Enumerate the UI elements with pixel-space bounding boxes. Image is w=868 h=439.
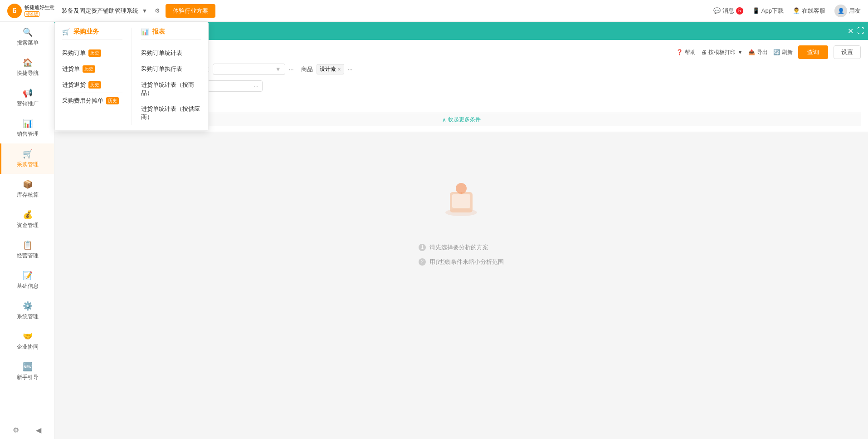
tab-close-window-btn[interactable]: ✕ bbox=[848, 27, 853, 35]
sidebar-item-marketing[interactable]: 📢 营销推广 bbox=[0, 83, 54, 113]
export-btn[interactable]: 📤 导出 bbox=[748, 49, 768, 56]
history-badge-0: 历史 bbox=[88, 49, 101, 57]
tabbar-actions: ✕ ⛶ bbox=[848, 27, 864, 35]
menu-item-return[interactable]: 进货退货 历史 bbox=[62, 77, 122, 93]
sidebar-item-cooperation[interactable]: 🤝 企业协同 bbox=[0, 326, 54, 356]
online-service-action[interactable]: 👨‍💼 在线客服 bbox=[793, 7, 825, 15]
help-btn[interactable]: ❓ 帮助 bbox=[676, 49, 696, 56]
refresh-icon: 🔄 bbox=[773, 49, 780, 55]
topbar: 6 畅捷通好生意 标准版 装备及固定资产辅助管理系统 ▼ ⚙ 体验行业方案 💬 … bbox=[0, 0, 868, 22]
report-col: 📊 报表 采购订单统计表 采购订单执行表 进货单统计表（按商品） 进货单统计表（… bbox=[134, 28, 209, 125]
menu-item-incoming-stat-supplier[interactable]: 进货单统计表（按供应商） bbox=[141, 101, 201, 125]
print-dropdown-icon: ▼ bbox=[737, 49, 743, 55]
sidebar-settings-btn[interactable]: ⚙ bbox=[13, 426, 19, 434]
inventory-icon: 📦 bbox=[23, 179, 33, 189]
phone-icon: 📱 bbox=[752, 7, 760, 14]
history-badge-1: 历史 bbox=[83, 65, 95, 73]
topbar-right: 💬 消息 5 📱 App下载 👨‍💼 在线客服 👤 用友 bbox=[713, 5, 861, 17]
cooperation-icon: 🤝 bbox=[23, 331, 33, 341]
menu-item-purchase-order-stat[interactable]: 采购订单统计表 bbox=[141, 45, 201, 61]
product-tag: 设计素 × bbox=[317, 64, 344, 74]
system-dropdown-btn[interactable]: ▼ bbox=[142, 8, 147, 14]
print-btn[interactable]: 🖨 按模板打印 ▼ bbox=[701, 49, 743, 56]
report-col-icon: 📊 bbox=[141, 28, 149, 35]
message-badge: 5 bbox=[736, 7, 743, 15]
messages-action[interactable]: 💬 消息 5 bbox=[713, 7, 743, 15]
voucher-status-dots[interactable]: ··· bbox=[289, 66, 294, 73]
chevron-up-icon: ∧ bbox=[442, 117, 446, 123]
purchase-business-col: 🛒 采购业务 采购订单 历史 进货单 历史 进货退货 历史 bbox=[55, 28, 130, 125]
sidebar-item-purchase[interactable]: 🛒 采购管理 bbox=[0, 143, 54, 174]
home-icon: 🏠 bbox=[23, 58, 33, 68]
sidebar-item-search[interactable]: 🔍 搜索菜单 bbox=[0, 22, 54, 52]
menu-item-purchase-order[interactable]: 采购订单 历史 bbox=[62, 45, 122, 61]
col-divider bbox=[132, 28, 132, 125]
marketing-icon: 📢 bbox=[23, 88, 33, 98]
empty-illustration bbox=[439, 178, 484, 232]
sidebar: 🔍 搜索菜单 🏠 快捷导航 📢 营销推广 📊 销售管理 🛒 采购管理 📦 库存核… bbox=[0, 22, 54, 439]
content-area: 首页 销售排行榜 ✕ ✕ ⛶ ❓ 帮助 bbox=[54, 22, 868, 439]
history-badge-3: 历史 bbox=[106, 97, 119, 104]
system-title: 装备及固定资产辅助管理系统 ▼ ⚙ bbox=[62, 7, 160, 15]
product-tag-remove[interactable]: × bbox=[338, 66, 341, 73]
menu-item-purchase-order-exec[interactable]: 采购订单执行表 bbox=[141, 61, 201, 77]
sidebar-item-basicinfo[interactable]: 📝 基础信息 bbox=[0, 265, 54, 296]
sidebar-item-system[interactable]: ⚙️ 系统管理 bbox=[0, 296, 54, 326]
sidebar-item-finance[interactable]: 💰 资金管理 bbox=[0, 204, 54, 235]
purchase-col-icon: 🛒 bbox=[62, 28, 70, 35]
message-icon: 💬 bbox=[713, 7, 721, 14]
basicinfo-icon: 📝 bbox=[23, 271, 33, 281]
system-settings-btn[interactable]: ⚙ bbox=[155, 7, 160, 14]
logo-text: 畅捷通好生意 标准版 bbox=[24, 4, 54, 17]
logo-icon: 6 bbox=[7, 4, 22, 18]
sales-icon: 📊 bbox=[23, 118, 33, 128]
history-badge-2: 历史 bbox=[88, 81, 101, 89]
operations-icon: 📋 bbox=[23, 240, 33, 250]
tab-expand-btn[interactable]: ⛶ bbox=[857, 27, 864, 35]
menu-item-expense[interactable]: 采购费用分摊单 历史 bbox=[62, 93, 122, 109]
voucher-status-select[interactable]: ▼ bbox=[213, 64, 285, 75]
export-icon: 📤 bbox=[748, 49, 755, 55]
empty-tips: 1 请先选择要分析的方案 2 用[过滤]条件来缩小分析范围 bbox=[419, 242, 503, 268]
industry-btn[interactable]: 体验行业方案 bbox=[166, 4, 215, 18]
product-dots[interactable]: ··· bbox=[348, 66, 353, 73]
system-icon: ⚙️ bbox=[23, 301, 33, 311]
menu-item-incoming-stat-product[interactable]: 进货单统计表（按商品） bbox=[141, 77, 201, 101]
sidebar-item-guide[interactable]: 🆕 新手引导 bbox=[0, 356, 54, 387]
product-filter: 商品 设计素 × ··· bbox=[301, 64, 353, 74]
menu-item-incoming[interactable]: 进货单 历史 bbox=[62, 61, 122, 77]
empty-state: 1 请先选择要分析的方案 2 用[过滤]条件来缩小分析范围 bbox=[54, 132, 868, 314]
guide-icon: 🆕 bbox=[23, 362, 33, 372]
finance-icon: 💰 bbox=[23, 210, 33, 220]
sidebar-collapse-btn[interactable]: ◀ bbox=[36, 426, 41, 434]
svg-rect-2 bbox=[452, 194, 470, 208]
dropdown-columns: 🛒 采购业务 采购订单 历史 进货单 历史 进货退货 历史 bbox=[55, 28, 208, 125]
logo-area: 6 畅捷通好生意 标准版 bbox=[7, 4, 62, 18]
avatar: 👤 bbox=[834, 5, 847, 17]
sidebar-bottom: ⚙ ◀ bbox=[0, 421, 54, 439]
search-icon: 🔍 bbox=[23, 27, 33, 37]
sidebar-item-sales[interactable]: 📊 销售管理 bbox=[0, 113, 54, 143]
help-icon: ❓ bbox=[676, 49, 683, 55]
sidebar-item-operations[interactable]: 📋 经营管理 bbox=[0, 235, 54, 265]
sidebar-item-inventory[interactable]: 📦 库存核算 bbox=[0, 174, 54, 204]
purchase-icon: 🛒 bbox=[23, 149, 33, 159]
dropdown-menu: 🛒 采购业务 采购订单 历史 进货单 历史 进货退货 历史 bbox=[54, 22, 209, 131]
print-icon: 🖨 bbox=[701, 49, 707, 55]
purchase-col-header: 🛒 采购业务 bbox=[62, 28, 122, 40]
report-col-header: 📊 报表 bbox=[141, 28, 201, 40]
setting-btn[interactable]: 设置 bbox=[834, 45, 861, 59]
query-btn[interactable]: 查询 bbox=[798, 45, 828, 59]
app-download-action[interactable]: 📱 App下载 bbox=[752, 7, 784, 15]
sidebar-item-quicknav[interactable]: 🏠 快捷导航 bbox=[0, 52, 54, 83]
service-icon: 👨‍💼 bbox=[793, 7, 800, 14]
user-action[interactable]: 👤 用友 bbox=[834, 5, 861, 17]
main-layout: 🔍 搜索菜单 🏠 快捷导航 📢 营销推广 📊 销售管理 🛒 采购管理 📦 库存核… bbox=[0, 22, 868, 439]
logo-badge: 标准版 bbox=[24, 11, 39, 17]
refresh-btn[interactable]: 🔄 刷新 bbox=[773, 49, 793, 56]
